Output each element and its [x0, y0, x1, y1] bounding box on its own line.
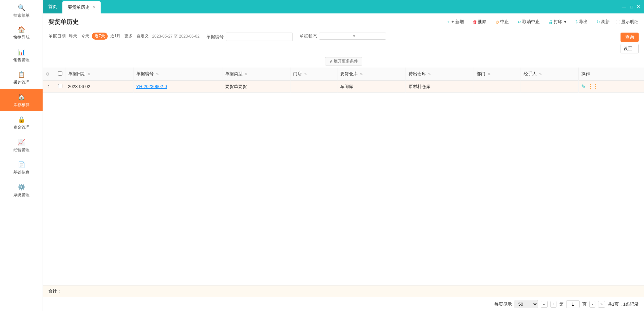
- th-settings[interactable]: ⚙: [43, 68, 55, 81]
- th-doc-date[interactable]: 单据日期 ⇅: [65, 68, 133, 81]
- delete-button[interactable]: 🗑 删除: [470, 17, 489, 26]
- status-dropdown-icon: ▼: [353, 34, 383, 38]
- sidebar-item-operations[interactable]: 📈 经营管理: [0, 134, 43, 156]
- display-detail-button[interactable]: 显示明细: [616, 19, 639, 25]
- table-row: 1 2023-06-02 YH-20230602-0 要货单要货 车间库 原材料…: [43, 81, 644, 93]
- sidebar-item-label: 销售管理: [13, 57, 30, 63]
- date-btn-more[interactable]: 更多: [123, 33, 134, 40]
- sidebar-item-sales[interactable]: 📊 销售管理: [0, 44, 43, 66]
- th-doc-type[interactable]: 单据类型 ⇅: [222, 68, 290, 81]
- status-select[interactable]: ▼: [319, 33, 386, 40]
- sidebar: 🔍 搜索菜单 🏠 快捷导航 📊 销售管理 📋 采购管理 🏠 库存核算 🔒 资金管…: [0, 0, 43, 311]
- first-page-btn[interactable]: «: [541, 301, 548, 308]
- th-store[interactable]: 门店 ⇅: [290, 68, 337, 81]
- doc-no-input[interactable]: [226, 33, 293, 41]
- row-actions: ✎ ⋮⋮: [579, 81, 644, 93]
- expand-chevron-icon: ∨: [329, 59, 332, 64]
- expand-conditions-btn[interactable]: ∨ 展开更多条件: [325, 57, 362, 65]
- refresh-icon: ↻: [596, 19, 600, 25]
- sort-doc-no-icon: ⇅: [156, 72, 159, 76]
- sidebar-item-purchase[interactable]: 📋 采购管理: [0, 66, 43, 89]
- sort-doc-date-icon: ⇅: [88, 72, 90, 76]
- row-delete-btn[interactable]: ⋮⋮: [588, 83, 598, 90]
- sidebar-search[interactable]: 🔍 搜索菜单: [0, 0, 43, 21]
- sidebar-search-label: 搜索菜单: [13, 13, 30, 18]
- row-checkbox[interactable]: [58, 84, 62, 88]
- tab-home[interactable]: 首页: [43, 0, 62, 13]
- next-page-btn[interactable]: ›: [589, 301, 595, 308]
- tab-close-icon[interactable]: ×: [93, 5, 95, 10]
- expand-label: 展开更多条件: [334, 58, 358, 64]
- sidebar-item-finance[interactable]: 🔒 资金管理: [0, 111, 43, 134]
- window-close-btn[interactable]: ×: [637, 4, 640, 10]
- new-icon: ＋: [446, 19, 450, 25]
- last-page-btn[interactable]: »: [598, 301, 605, 308]
- sidebar-item-inventory[interactable]: 🏠 库存核算: [0, 89, 43, 111]
- refresh-button[interactable]: ↻ 刷新: [594, 17, 612, 26]
- prev-page-btn[interactable]: ‹: [550, 301, 556, 308]
- date-range-display: 2023-05-27 至 2023-06-02: [152, 34, 199, 39]
- date-btn-custom[interactable]: 自定义: [135, 33, 150, 40]
- th-department[interactable]: 部门 ⇅: [474, 68, 521, 81]
- refresh-label: 刷新: [601, 19, 610, 25]
- row-edit-btn[interactable]: ✎: [581, 83, 586, 90]
- export-label: 导出: [579, 19, 588, 25]
- table-settings-icon[interactable]: ⚙: [46, 72, 50, 77]
- row-doc-date: 2023-06-02: [65, 81, 133, 93]
- date-btn-1month[interactable]: 近1月: [109, 33, 122, 40]
- row-store: [290, 81, 337, 93]
- row-pending-warehouse: 原材料仓库: [406, 81, 474, 93]
- date-btn-yesterday[interactable]: 昨天: [68, 33, 78, 40]
- toolbar: ＋ + 新增 🗑 删除 ⊘ 中止 ↩ 取消中止 🖨 打印: [443, 17, 639, 26]
- page-suffix: 页: [582, 301, 587, 307]
- window-maximize-btn[interactable]: □: [630, 4, 633, 9]
- print-button[interactable]: 🖨 打印 ▼: [546, 17, 570, 26]
- cancel-button[interactable]: ↩ 取消中止: [515, 17, 542, 26]
- settings-filter-button[interactable]: 设置: [621, 44, 639, 53]
- sidebar-item-quick-nav[interactable]: 🏠 快捷导航: [0, 21, 43, 44]
- sidebar-item-basic-info[interactable]: 📄 基础信息: [0, 156, 43, 179]
- date-btn-today[interactable]: 今天: [80, 33, 91, 40]
- date-filter-group: 单据日期 昨天 今天 近7天 近1月 更多 自定义 2023-05-27 至 2…: [48, 33, 200, 40]
- date-filter-label: 单据日期: [48, 33, 66, 39]
- footer-summary: 合计：: [43, 285, 644, 297]
- tab-home-label: 首页: [48, 4, 57, 10]
- page-content: 要货单历史 ＋ + 新增 🗑 删除 ⊘ 中止 ↩ 取消中止: [43, 13, 644, 311]
- topbar-right: — □ ×: [622, 4, 644, 10]
- export-button[interactable]: ⤵ 导出: [573, 17, 590, 26]
- finance-icon: 🔒: [18, 116, 25, 123]
- search-icon: 🔍: [18, 4, 25, 11]
- sales-icon: 📊: [18, 48, 25, 56]
- suspend-label: 中止: [500, 19, 509, 25]
- tab-active[interactable]: 要货单历史 ×: [62, 1, 101, 13]
- th-req-warehouse[interactable]: 要货仓库 ⇅: [337, 68, 406, 81]
- th-handler[interactable]: 经手人 ⇅: [521, 68, 579, 81]
- total-info: 共1页，1条记录: [608, 301, 639, 307]
- doc-no-label: 单据编号: [206, 34, 224, 40]
- page-input[interactable]: [566, 300, 580, 308]
- sort-department-icon: ⇅: [488, 72, 490, 76]
- inventory-icon: 🏠: [18, 93, 25, 101]
- sidebar-item-label: 系统管理: [13, 192, 30, 198]
- cancel-icon: ↩: [518, 19, 521, 25]
- date-btn-7days[interactable]: 近7天: [92, 33, 108, 40]
- system-icon: ⚙️: [18, 183, 25, 191]
- suspend-button[interactable]: ⊘ 中止: [493, 17, 512, 26]
- delete-label: 删除: [478, 19, 487, 25]
- window-minimize-btn[interactable]: —: [622, 4, 626, 9]
- new-button[interactable]: ＋ + 新增: [443, 17, 467, 26]
- table-container: ⚙ 单据日期 ⇅ 单据编号 ⇅: [43, 68, 644, 285]
- row-doc-no[interactable]: YH-20230602-0: [133, 81, 222, 93]
- select-all-checkbox[interactable]: [58, 71, 62, 76]
- display-detail-checkbox[interactable]: [616, 20, 620, 24]
- suspend-icon: ⊘: [495, 19, 499, 25]
- purchase-icon: 📋: [18, 71, 25, 78]
- th-pending-warehouse[interactable]: 待出仓库 ⇅: [406, 68, 474, 81]
- sidebar-item-system[interactable]: ⚙️ 系统管理: [0, 179, 43, 201]
- query-button[interactable]: 查询: [621, 33, 639, 42]
- per-page-select[interactable]: 10 20 50 100: [515, 300, 538, 308]
- row-checkbox-cell: [55, 81, 65, 93]
- sort-store-icon: ⇅: [304, 72, 307, 76]
- th-doc-no[interactable]: 单据编号 ⇅: [133, 68, 222, 81]
- th-checkbox: [55, 68, 65, 81]
